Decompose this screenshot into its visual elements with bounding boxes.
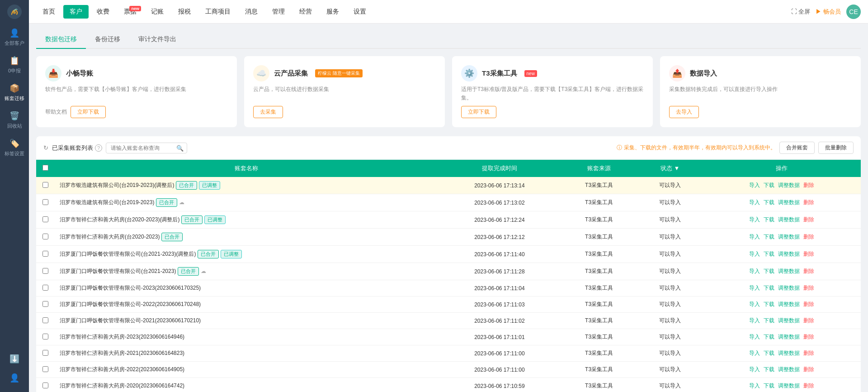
row-action-调整数据[interactable]: 调整数据 (778, 199, 800, 206)
row-checkbox[interactable] (42, 301, 48, 307)
row-action-删除[interactable]: 删除 (803, 251, 814, 257)
row-checkbox[interactable] (42, 268, 48, 274)
sidebar-item-download[interactable]: ⬇️ (0, 349, 29, 368)
row-action-导入[interactable]: 导入 (749, 301, 760, 307)
nav-clients[interactable]: 客户 (63, 5, 89, 19)
row-action-调整数据[interactable]: 调整数据 (778, 301, 800, 307)
row-checkbox[interactable] (42, 317, 48, 323)
xiaochang-help-link[interactable]: 帮助文档 (45, 108, 67, 116)
row-action-下载[interactable]: 下载 (764, 216, 774, 223)
nav-tax[interactable]: 报税 (172, 5, 197, 19)
nav-services[interactable]: 服务 (320, 5, 345, 19)
row-action-下载[interactable]: 下载 (764, 251, 774, 257)
batch-delete-btn[interactable]: 批量删除 (818, 142, 854, 154)
row-action-删除[interactable]: 删除 (803, 301, 814, 307)
row-action-导入[interactable]: 导入 (749, 285, 760, 291)
row-checkbox[interactable] (42, 251, 48, 257)
nav-fees[interactable]: 收费 (90, 5, 116, 19)
row-checkbox[interactable] (42, 334, 48, 339)
row-action-删除[interactable]: 删除 (803, 199, 814, 206)
row-checkbox[interactable] (42, 366, 48, 372)
row-checkbox[interactable] (42, 382, 48, 388)
row-action-调整数据[interactable]: 调整数据 (778, 182, 800, 188)
nav-business[interactable]: 工商项目 (199, 5, 237, 19)
tab-audit-export[interactable]: 审计文件导出 (129, 31, 185, 49)
row-action-删除[interactable]: 删除 (803, 268, 814, 274)
sidebar-item-user[interactable]: 👤 (0, 368, 29, 387)
row-checkbox[interactable] (42, 216, 48, 222)
row-checkbox[interactable] (42, 285, 48, 291)
select-all-checkbox[interactable] (42, 165, 48, 171)
row-action-导入[interactable]: 导入 (749, 317, 760, 324)
row-checkbox[interactable] (42, 182, 48, 188)
row-action-调整数据[interactable]: 调整数据 (778, 334, 800, 340)
row-action-导入[interactable]: 导入 (749, 182, 760, 188)
sidebar-item-zero-declaration[interactable]: 📋 0申报 (0, 51, 29, 79)
row-action-删除[interactable]: 删除 (803, 334, 814, 340)
nav-invoices[interactable]: 票据 new (118, 5, 143, 19)
row-action-删除[interactable]: 删除 (803, 366, 814, 373)
nav-management[interactable]: 管理 (266, 5, 291, 19)
user-avatar[interactable]: CE (846, 5, 861, 19)
tab-data-migration[interactable]: 数据包迁移 (36, 31, 86, 49)
row-action-调整数据[interactable]: 调整数据 (778, 366, 800, 373)
row-action-导入[interactable]: 导入 (749, 366, 760, 373)
row-action-导入[interactable]: 导入 (749, 382, 760, 389)
row-action-导入[interactable]: 导入 (749, 199, 760, 206)
row-action-下载[interactable]: 下载 (764, 234, 774, 240)
merge-accounts-btn[interactable]: 合并账套 (779, 142, 815, 154)
vip-btn[interactable]: ▶ 畅会员 (816, 8, 841, 16)
app-logo[interactable] (0, 0, 29, 24)
search-icon[interactable]: 🔍 (176, 144, 184, 151)
help-icon[interactable]: ? (95, 144, 102, 152)
import-go-btn[interactable]: 去导入 (669, 106, 699, 118)
row-action-下载[interactable]: 下载 (764, 317, 774, 324)
nav-home[interactable]: 首页 (36, 5, 61, 19)
row-action-调整数据[interactable]: 调整数据 (778, 268, 800, 274)
row-action-导入[interactable]: 导入 (749, 334, 760, 340)
row-action-导入[interactable]: 导入 (749, 251, 760, 257)
row-action-下载[interactable]: 下载 (764, 301, 774, 307)
nav-settings[interactable]: 设置 (347, 5, 373, 19)
row-action-下载[interactable]: 下载 (764, 268, 774, 274)
row-action-调整数据[interactable]: 调整数据 (778, 234, 800, 240)
row-action-导入[interactable]: 导入 (749, 268, 760, 274)
row-action-下载[interactable]: 下载 (764, 285, 774, 291)
row-checkbox[interactable] (42, 350, 48, 356)
row-action-删除[interactable]: 删除 (803, 234, 814, 240)
row-action-调整数据[interactable]: 调整数据 (778, 350, 800, 356)
refresh-icon[interactable]: ↻ (43, 144, 48, 151)
row-action-导入[interactable]: 导入 (749, 234, 760, 240)
row-action-导入[interactable]: 导入 (749, 216, 760, 223)
row-action-调整数据[interactable]: 调整数据 (778, 216, 800, 223)
nav-bookkeeping[interactable]: 记账 (145, 5, 170, 19)
row-action-下载[interactable]: 下载 (764, 199, 774, 206)
sidebar-item-all-clients[interactable]: 👤 全部客户 (0, 24, 29, 51)
sidebar-item-account-migration[interactable]: 📦 账套迁移 (0, 79, 29, 106)
row-action-删除[interactable]: 删除 (803, 216, 814, 223)
search-input[interactable] (106, 143, 187, 153)
sidebar-item-tag-settings[interactable]: 🏷️ 标签设置 (0, 134, 29, 162)
nav-messages[interactable]: 消息 (239, 5, 264, 19)
row-action-下载[interactable]: 下载 (764, 182, 774, 188)
row-action-调整数据[interactable]: 调整数据 (778, 317, 800, 324)
row-action-删除[interactable]: 删除 (803, 182, 814, 188)
nav-operations[interactable]: 经营 (293, 5, 318, 19)
cloud-collect-btn[interactable]: 去采集 (253, 106, 283, 118)
row-action-删除[interactable]: 删除 (803, 317, 814, 324)
row-action-删除[interactable]: 删除 (803, 350, 814, 356)
row-action-下载[interactable]: 下载 (764, 382, 774, 389)
t3-download-btn[interactable]: 立即下载 (461, 106, 496, 118)
row-action-调整数据[interactable]: 调整数据 (778, 285, 800, 291)
row-checkbox[interactable] (42, 199, 48, 205)
row-action-下载[interactable]: 下载 (764, 334, 774, 340)
row-checkbox[interactable] (42, 234, 48, 239)
fullscreen-btn[interactable]: ⛶ 全屏 (791, 8, 811, 16)
tab-backup-migration[interactable]: 备份迁移 (86, 31, 129, 49)
row-action-调整数据[interactable]: 调整数据 (778, 382, 800, 389)
xiaochang-download-btn[interactable]: 立即下载 (71, 106, 106, 118)
row-action-下载[interactable]: 下载 (764, 366, 774, 373)
row-action-删除[interactable]: 删除 (803, 382, 814, 389)
row-action-删除[interactable]: 删除 (803, 285, 814, 291)
sidebar-item-recycle[interactable]: 🗑️ 回收站 (0, 106, 29, 134)
